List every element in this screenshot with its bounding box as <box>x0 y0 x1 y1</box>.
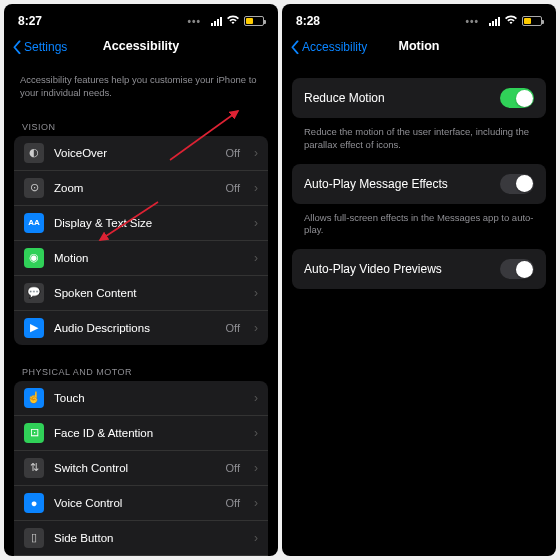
battery-icon <box>244 16 264 26</box>
switchctrl-icon: ⇅ <box>24 458 44 478</box>
status-time: 8:27 <box>18 14 42 28</box>
back-label: Accessibility <box>302 40 367 54</box>
status-bar: 8:28 ••• <box>282 4 556 32</box>
row-label: Display & Text Size <box>54 217 240 229</box>
row-label: Auto-Play Message Effects <box>304 177 490 191</box>
chevron-right-icon: › <box>254 146 258 160</box>
content-scroll[interactable]: Reduce MotionReduce the motion of the us… <box>282 64 556 556</box>
row-label: Spoken Content <box>54 287 240 299</box>
row-faceid[interactable]: ⊡Face ID & Attention› <box>14 416 268 451</box>
group-auto-play-video-previews: Auto-Play Video Previews <box>292 249 546 289</box>
spoken-icon: 💬 <box>24 283 44 303</box>
row-label: Touch <box>54 392 240 404</box>
chevron-right-icon: › <box>254 426 258 440</box>
status-bar: 8:27 ••• <box>4 4 278 32</box>
audiodesc-icon: ▶ <box>24 318 44 338</box>
status-time: 8:28 <box>296 14 320 28</box>
footer-note: Reduce the motion of the user interface,… <box>288 120 550 164</box>
recording-indicator-icon: ••• <box>187 16 201 27</box>
row-auto-play-message-effects[interactable]: Auto-Play Message Effects <box>292 164 546 204</box>
zoom-icon: ⊙ <box>24 178 44 198</box>
section-header-physical: PHYSICAL AND MOTOR <box>10 359 272 381</box>
toggle-auto-play-video-previews[interactable] <box>500 259 534 279</box>
row-label: Switch Control <box>54 462 216 474</box>
battery-icon <box>522 16 542 26</box>
row-label: Zoom <box>54 182 216 194</box>
intro-text: Accessibility features help you customis… <box>10 64 272 114</box>
page-title: Motion <box>399 39 440 53</box>
touch-icon: ☝ <box>24 388 44 408</box>
row-voicectrl[interactable]: ●Voice ControlOff› <box>14 486 268 521</box>
phone-left-accessibility: 8:27 ••• Settings Accessibility Accessib… <box>4 4 278 556</box>
sidebutton-icon: ▯ <box>24 528 44 548</box>
motion-icon: ◉ <box>24 248 44 268</box>
row-audiodesc[interactable]: ▶Audio DescriptionsOff› <box>14 311 268 345</box>
wifi-icon <box>226 14 240 28</box>
row-value: Off <box>226 497 240 509</box>
chevron-right-icon: › <box>254 391 258 405</box>
voicectrl-icon: ● <box>24 493 44 513</box>
page-title: Accessibility <box>103 39 179 53</box>
chevron-left-icon <box>290 40 300 54</box>
faceid-icon: ⊡ <box>24 423 44 443</box>
voiceover-icon: ◐ <box>24 143 44 163</box>
chevron-left-icon <box>12 40 22 54</box>
nav-bar: Accessibility Motion <box>282 32 556 64</box>
section-header-vision: VISION <box>10 114 272 136</box>
status-icons: ••• <box>187 14 264 28</box>
row-display[interactable]: AADisplay & Text Size› <box>14 206 268 241</box>
row-reduce-motion[interactable]: Reduce Motion <box>292 78 546 118</box>
phone-right-motion: 8:28 ••• Accessibility Motion Reduce Mot… <box>282 4 556 556</box>
recording-indicator-icon: ••• <box>465 16 479 27</box>
row-value: Off <box>226 182 240 194</box>
row-label: VoiceOver <box>54 147 216 159</box>
row-label: Auto-Play Video Previews <box>304 262 490 276</box>
status-icons: ••• <box>465 14 542 28</box>
group-auto-play-message-effects: Auto-Play Message Effects <box>292 164 546 204</box>
row-label: Audio Descriptions <box>54 322 216 334</box>
cell-signal-icon <box>489 17 500 26</box>
chevron-right-icon: › <box>254 251 258 265</box>
chevron-right-icon: › <box>254 531 258 545</box>
row-motion[interactable]: ◉Motion› <box>14 241 268 276</box>
row-voiceover[interactable]: ◐VoiceOverOff› <box>14 136 268 171</box>
chevron-right-icon: › <box>254 496 258 510</box>
row-label: Face ID & Attention <box>54 427 240 439</box>
footer-note: Allows full-screen effects in the Messag… <box>288 206 550 250</box>
nav-bar: Settings Accessibility <box>4 32 278 64</box>
row-label: Side Button <box>54 532 240 544</box>
cell-signal-icon <box>211 17 222 26</box>
group-reduce-motion: Reduce Motion <box>292 78 546 118</box>
chevron-right-icon: › <box>254 216 258 230</box>
row-label: Reduce Motion <box>304 91 490 105</box>
row-spoken[interactable]: 💬Spoken Content› <box>14 276 268 311</box>
row-zoom[interactable]: ⊙ZoomOff› <box>14 171 268 206</box>
row-value: Off <box>226 322 240 334</box>
row-label: Voice Control <box>54 497 216 509</box>
content-scroll[interactable]: Accessibility features help you customis… <box>4 64 278 556</box>
back-button[interactable]: Accessibility <box>290 40 367 54</box>
row-sidebutton[interactable]: ▯Side Button› <box>14 521 268 556</box>
chevron-right-icon: › <box>254 321 258 335</box>
row-label: Motion <box>54 252 240 264</box>
back-button[interactable]: Settings <box>12 40 67 54</box>
chevron-right-icon: › <box>254 181 258 195</box>
row-value: Off <box>226 147 240 159</box>
wifi-icon <box>504 14 518 28</box>
row-switchctrl[interactable]: ⇅Switch ControlOff› <box>14 451 268 486</box>
chevron-right-icon: › <box>254 286 258 300</box>
toggle-reduce-motion[interactable] <box>500 88 534 108</box>
back-label: Settings <box>24 40 67 54</box>
row-auto-play-video-previews[interactable]: Auto-Play Video Previews <box>292 249 546 289</box>
row-touch[interactable]: ☝Touch› <box>14 381 268 416</box>
chevron-right-icon: › <box>254 461 258 475</box>
row-value: Off <box>226 462 240 474</box>
toggle-auto-play-message-effects[interactable] <box>500 174 534 194</box>
group-physical: ☝Touch›⊡Face ID & Attention›⇅Switch Cont… <box>14 381 268 556</box>
group-vision: ◐VoiceOverOff›⊙ZoomOff›AADisplay & Text … <box>14 136 268 345</box>
display-icon: AA <box>24 213 44 233</box>
